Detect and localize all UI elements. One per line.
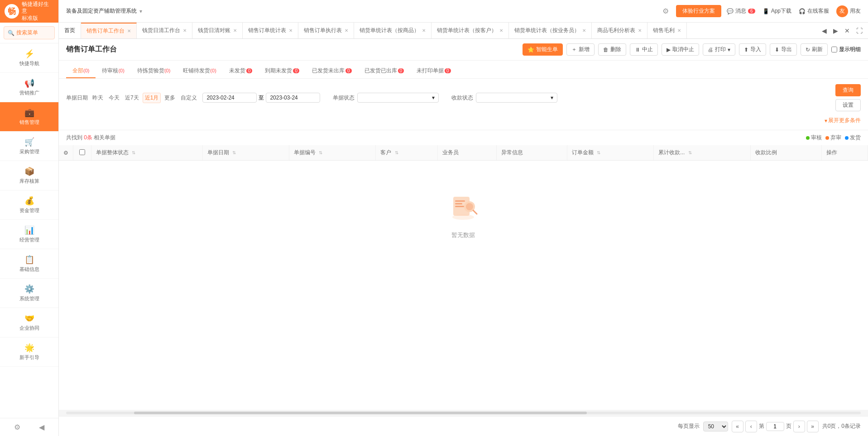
tab-sales-gross[interactable]: 销售毛利 ✕ <box>647 23 687 39</box>
sidebar-item-cooperation[interactable]: 🤝 企业协同 <box>0 308 58 337</box>
tab-close-icon[interactable]: ✕ <box>127 28 131 33</box>
tab-sales-workbench[interactable]: 销售订单工作台 ✕ <box>81 23 137 39</box>
add-button[interactable]: ＋ 新增 <box>566 43 595 56</box>
sidebar-item-basic-info[interactable]: 📋 基础信息 <box>0 249 58 279</box>
print-icon: 🖨 <box>708 47 713 53</box>
date-option-7days[interactable]: 近7天 <box>123 93 141 103</box>
tab-close-icon[interactable]: ✕ <box>233 28 237 33</box>
filter-tab-pending-review[interactable]: 待审核(0) <box>96 64 130 78</box>
content-inner: 销售订单工作台 ⭐ 智能生单 ＋ 新增 🗑 删除 ⏸ 中止 <box>59 39 868 436</box>
app-download-button[interactable]: 📱 App下载 <box>762 7 791 15</box>
date-option-yesterday[interactable]: 昨天 <box>91 93 105 103</box>
expand-conditions-button[interactable]: ▾ 展开更多条件 <box>825 117 861 124</box>
sidebar-item-inventory[interactable]: 📦 库存核算 <box>0 161 58 190</box>
sidebar-item-finance[interactable]: 💰 资金管理 <box>0 190 58 220</box>
per-page-select[interactable]: 10 20 50 100 <box>703 422 728 431</box>
search-menu-button[interactable]: 🔍 搜索菜单 <box>4 26 55 39</box>
industry-solution-button[interactable]: 体验行业方案 <box>676 5 721 17</box>
delete-button[interactable]: 🗑 删除 <box>598 43 626 56</box>
date-to-input[interactable] <box>266 93 320 103</box>
tab-close-icon[interactable]: ✕ <box>183 28 187 33</box>
filter-tab-not-printed[interactable]: 未打印单据0 <box>410 64 457 78</box>
filter-tab-all[interactable]: 全部(0) <box>66 64 96 78</box>
tab-close-icon[interactable]: ✕ <box>289 28 293 33</box>
pause-button[interactable]: ⏸ 中止 <box>630 43 658 56</box>
filter-tab-shipped-out[interactable]: 已发货已出库0 <box>358 64 411 78</box>
tab-sales-stats[interactable]: 销售订单统计表 ✕ <box>243 23 298 39</box>
filter-tab-pending-inspect[interactable]: 待拣货验货(0) <box>131 64 177 78</box>
settings-footer-icon[interactable]: ⚙ <box>14 423 20 431</box>
tab-sales-by-staff[interactable]: 销货单统计表（按业务员） ✕ <box>509 23 592 39</box>
tab-close-all-icon[interactable]: ✕ <box>843 26 852 35</box>
tab-scroll-right-icon[interactable]: ▶ <box>831 26 840 35</box>
tab-close-icon[interactable]: ✕ <box>345 28 348 33</box>
batch-cancel-review-button[interactable]: 弃审 <box>825 134 841 142</box>
filter-tab-shipped-not-out[interactable]: 已发货未出库0 <box>306 64 358 78</box>
date-option-more[interactable]: 更多 <box>163 93 177 103</box>
tab-sales-exec[interactable]: 销售订单执行表 ✕ <box>298 23 354 39</box>
sidebar-item-purchase[interactable]: 🛒 采购管理 <box>0 132 58 161</box>
tab-close-icon[interactable]: ✕ <box>677 28 681 33</box>
tab-margin-analysis[interactable]: 商品毛利分析表 ✕ <box>592 23 647 39</box>
tab-cash-daily[interactable]: 钱货日清工作台 ✕ <box>137 23 192 39</box>
tab-close-icon[interactable]: ✕ <box>638 28 642 33</box>
status-select[interactable]: ▾ <box>357 93 439 103</box>
last-page-button[interactable]: » <box>807 421 819 432</box>
sidebar-item-guide[interactable]: 🌟 新手引导 <box>0 337 58 367</box>
select-all-checkbox[interactable] <box>79 149 85 155</box>
sales-icon: 💼 <box>24 108 34 118</box>
show-detail-checkbox[interactable] <box>831 47 837 52</box>
show-detail-checkbox-label[interactable]: 显示明细 <box>831 46 861 53</box>
print-button[interactable]: 🖨 打印 ▾ <box>703 43 735 56</box>
tab-sales-by-product[interactable]: 销货单统计表（按商品） ✕ <box>354 23 432 39</box>
th-number: 单据编号 ⇅ <box>289 145 376 161</box>
sidebar-item-quick-nav[interactable]: ⚡ 快捷导航 <box>0 43 58 73</box>
header-gear-icon[interactable]: ⚙ <box>662 7 669 15</box>
horizontal-scrollbar[interactable] <box>59 410 868 416</box>
tab-expand-icon[interactable]: ⛶ <box>854 26 864 35</box>
setting-button[interactable]: 设置 <box>835 99 861 111</box>
payment-select[interactable]: ▾ <box>476 93 557 103</box>
tab-close-icon[interactable]: ✕ <box>582 28 586 33</box>
date-from-input[interactable] <box>202 93 257 103</box>
date-option-custom[interactable]: 自定义 <box>179 93 199 103</box>
guide-icon: 🌟 <box>24 343 34 353</box>
th-abnormal: 异常信息 <box>496 145 567 161</box>
column-settings-icon[interactable]: ⚙ <box>63 150 68 156</box>
filter-tab-overdue-ship[interactable]: 到期未发货0 <box>259 64 306 78</box>
tab-scroll-left-icon[interactable]: ◀ <box>820 26 829 35</box>
message-button[interactable]: 💬 消息 6 <box>727 7 755 15</box>
export-button[interactable]: ⬇ 导出 <box>770 43 797 56</box>
collapse-icon[interactable]: ◀ <box>39 423 44 431</box>
filter-tab-not-shipped[interactable]: 未发货0 <box>223 64 259 78</box>
sidebar-item-marketing[interactable]: 📢 营销推广 <box>0 73 58 102</box>
next-page-button[interactable]: › <box>793 421 805 432</box>
review-dot-icon <box>806 136 810 140</box>
import-button[interactable]: ⬆ 导入 <box>739 43 766 56</box>
page-number-input[interactable] <box>766 422 784 431</box>
operation-icon: 📊 <box>24 225 34 235</box>
sidebar-item-operation[interactable]: 📊 经营管理 <box>0 220 58 249</box>
sidebar-item-system[interactable]: ⚙️ 系统管理 <box>0 279 58 308</box>
cancel-pause-button[interactable]: ▶ 取消中止 <box>662 43 699 56</box>
first-page-button[interactable]: « <box>732 421 743 432</box>
tab-home[interactable]: 首页 <box>59 23 81 39</box>
user-menu[interactable]: 友 用友 <box>836 5 861 17</box>
smart-create-button[interactable]: ⭐ 智能生单 <box>523 43 563 56</box>
sidebar-item-sales[interactable]: 💼 销售管理 <box>0 102 58 132</box>
query-button[interactable]: 查询 <box>835 84 861 96</box>
prev-page-button[interactable]: ‹ <box>745 421 757 432</box>
tab-close-icon[interactable]: ✕ <box>499 28 503 33</box>
tab-sales-by-customer[interactable]: 销货单统计表（按客户） ✕ <box>432 23 509 39</box>
online-service-button[interactable]: 🎧 在线客服 <box>799 7 829 15</box>
date-option-1month[interactable]: 近1月 <box>143 93 161 103</box>
scrollbar-thumb[interactable] <box>134 412 587 414</box>
tab-cash-reconcile[interactable]: 钱货日清对账 ✕ <box>192 23 243 39</box>
batch-review-button[interactable]: 审核 <box>806 134 822 142</box>
tab-close-icon[interactable]: ✕ <box>422 28 426 33</box>
refresh-button[interactable]: ↻ 刷新 <box>801 43 828 56</box>
record-count: 共找到 0条 相关单据 <box>66 134 115 142</box>
filter-tab-wangpu[interactable]: 旺铺待发货(0) <box>177 64 222 78</box>
batch-ship-button[interactable]: 发货 <box>845 134 861 142</box>
date-option-today[interactable]: 今天 <box>107 93 121 103</box>
